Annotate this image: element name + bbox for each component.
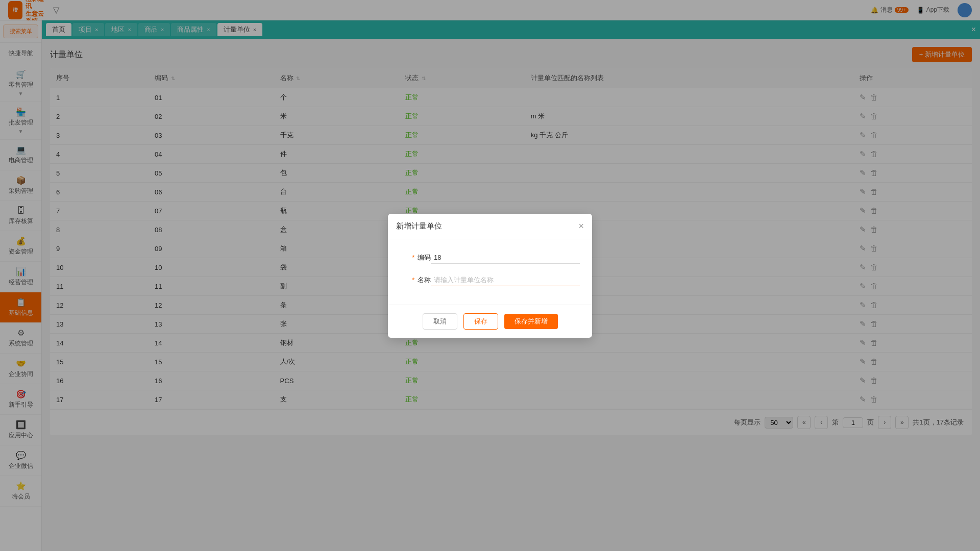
required-mark: * <box>412 276 414 284</box>
code-input[interactable] <box>431 252 580 264</box>
save-button[interactable]: 保存 <box>463 313 498 330</box>
form-row-name: * 名称 <box>400 274 580 286</box>
modal-overlay: 新增计量单位 × * 编码 * 名称 取消 保存 保存并新增 <box>0 0 980 551</box>
required-mark: * <box>412 254 414 261</box>
modal-footer: 取消 保存 保存并新增 <box>388 305 592 338</box>
name-label: * 名称 <box>400 276 431 285</box>
form-row-code: * 编码 <box>400 252 580 264</box>
modal-body: * 编码 * 名称 <box>388 239 592 305</box>
modal-title: 新增计量单位 <box>396 221 442 231</box>
add-unit-modal: 新增计量单位 × * 编码 * 名称 取消 保存 保存并新增 <box>388 214 592 338</box>
save-and-new-button[interactable]: 保存并新增 <box>504 314 558 329</box>
cancel-button[interactable]: 取消 <box>423 313 457 330</box>
modal-close-button[interactable]: × <box>578 221 584 232</box>
code-label: * 编码 <box>400 253 431 262</box>
modal-header: 新增计量单位 × <box>388 214 592 239</box>
name-input[interactable] <box>431 274 580 286</box>
